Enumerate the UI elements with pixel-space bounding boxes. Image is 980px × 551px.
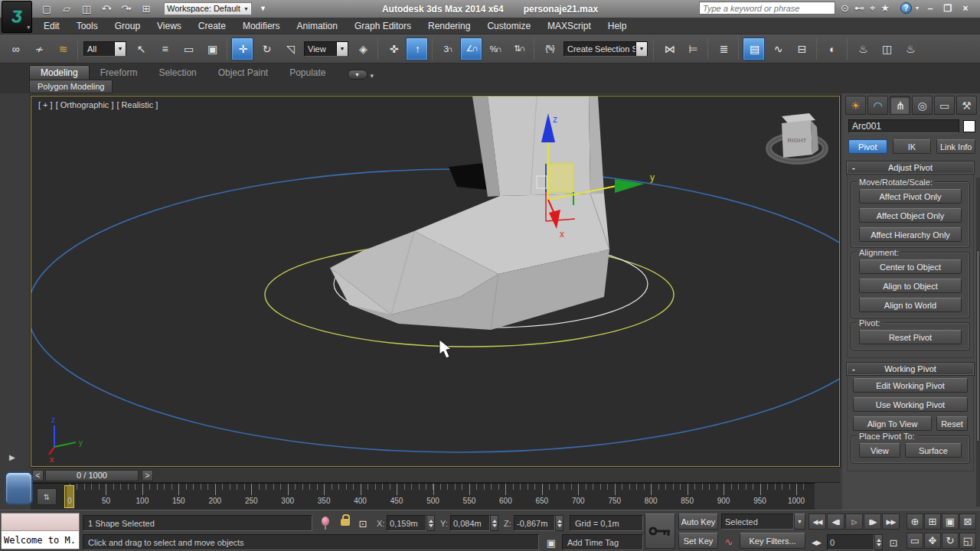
rollout-header[interactable]: -Adjust Pivot bbox=[847, 161, 974, 174]
communication-center-icon[interactable]: ⌖ bbox=[870, 2, 875, 15]
object-name-field[interactable]: Arc001 bbox=[848, 119, 959, 133]
expand-tray-icon[interactable]: ▶ bbox=[9, 453, 15, 461]
key-filters-button[interactable]: Key Filters... bbox=[740, 533, 805, 549]
z-coord-field[interactable]: -0,867m bbox=[514, 515, 555, 531]
menu-edit[interactable]: Edit bbox=[35, 18, 68, 34]
edit-named-selection-sets[interactable]: {✎} bbox=[538, 37, 560, 60]
curve-editor[interactable]: ∿ bbox=[766, 37, 789, 60]
rollout-header[interactable]: -Working Pivot bbox=[847, 363, 974, 375]
chevron-down-icon[interactable]: ▼ bbox=[336, 42, 348, 56]
surface-button[interactable]: Surface bbox=[905, 443, 962, 458]
current-frame-field[interactable]: 0 bbox=[827, 534, 874, 550]
menu-views[interactable]: Views bbox=[149, 18, 190, 34]
select-object[interactable]: ↖ bbox=[129, 37, 152, 60]
open-file-icon[interactable]: ▱ bbox=[58, 1, 75, 16]
viewcube[interactable]: RIGHT bbox=[769, 113, 825, 161]
chevron-down-icon[interactable]: ▼ bbox=[114, 42, 126, 56]
align-to-view-button[interactable]: Align To View bbox=[853, 416, 932, 431]
previous-frame-button[interactable]: ◀▮ bbox=[827, 514, 844, 530]
foot-model[interactable] bbox=[330, 96, 609, 330]
set-keys-button[interactable] bbox=[645, 514, 675, 549]
close-button[interactable]: × bbox=[959, 3, 972, 14]
reference-coordinate-system-dropdown[interactable]: View▼ bbox=[304, 41, 348, 57]
material-editor[interactable]: ◐ bbox=[821, 37, 843, 60]
minimized-window-icon[interactable] bbox=[5, 471, 33, 505]
gizmo-y-arrow[interactable] bbox=[615, 179, 645, 193]
rendered-frame-window[interactable]: ◫ bbox=[875, 37, 897, 60]
reset-pivot-button[interactable]: Reset Pivot bbox=[859, 330, 962, 344]
viewport-shading-token[interactable]: [ Realistic ] bbox=[116, 100, 158, 109]
align-to-object-button[interactable]: Align to Object bbox=[859, 279, 962, 293]
chevron-down-icon[interactable]: ▾ bbox=[128, 5, 131, 12]
select-and-link[interactable]: ∞ bbox=[4, 37, 26, 60]
tab-selection[interactable]: Selection bbox=[148, 66, 207, 80]
ribbon-minimize-icon[interactable]: ▼ bbox=[348, 70, 368, 80]
y-coord-field[interactable]: 0,084m bbox=[450, 515, 490, 531]
select-and-rotate[interactable]: ↻ bbox=[255, 37, 277, 60]
collapse-icon[interactable]: - bbox=[852, 163, 855, 172]
render-production[interactable]: ♨ bbox=[899, 37, 921, 60]
tab-polygon-modeling[interactable]: Polygon Modeling bbox=[29, 80, 113, 93]
motion-tab[interactable]: ◎ bbox=[912, 96, 933, 115]
search-input[interactable] bbox=[699, 2, 835, 15]
application-menu-button[interactable]: Ӡ ▾ bbox=[2, 1, 32, 33]
align-to-world-button[interactable]: Align to World bbox=[859, 298, 962, 312]
new-scene-icon[interactable]: ▢ bbox=[38, 1, 55, 16]
mirror[interactable]: ⋈ bbox=[658, 37, 680, 60]
x-coord-field[interactable]: 0,159m bbox=[387, 515, 426, 531]
search-go-icon[interactable]: ⊙ bbox=[841, 2, 849, 14]
menu-customize[interactable]: Customize bbox=[479, 18, 539, 34]
percent-snap-toggle[interactable]: %∩ bbox=[484, 37, 506, 60]
object-color-swatch[interactable] bbox=[963, 120, 975, 132]
panel-scrollbar-thumb[interactable] bbox=[976, 250, 980, 442]
modify-tab[interactable]: ◠ bbox=[867, 96, 888, 115]
selection-filter-dropdown[interactable]: All▼ bbox=[83, 41, 126, 57]
select-and-scale[interactable]: ◹ bbox=[279, 37, 301, 60]
help-caret-icon[interactable]: ▾ bbox=[916, 5, 919, 11]
select-by-name[interactable]: ≡ bbox=[153, 37, 175, 60]
project-folder-icon[interactable]: ⊞ bbox=[138, 1, 155, 16]
zoom-extents-button[interactable]: ▣ bbox=[942, 514, 959, 530]
ribbon-flyout-icon[interactable]: ▾ bbox=[371, 72, 374, 80]
create-tab[interactable]: ☀ bbox=[845, 96, 866, 115]
time-slider[interactable]: 0 / 1000 bbox=[45, 470, 139, 481]
zoom-extents-all-button[interactable]: ⊠ bbox=[959, 514, 976, 530]
tab-populate[interactable]: Populate bbox=[279, 66, 336, 80]
mode-tab-ik[interactable]: IK bbox=[893, 139, 932, 154]
select-and-manipulate[interactable]: ✜ bbox=[382, 37, 404, 60]
minimize-button[interactable]: – bbox=[924, 3, 936, 14]
mini-curve-editor-icon[interactable]: ⇅ bbox=[37, 488, 57, 505]
edit-working-pivot-button[interactable]: Edit Working Pivot bbox=[853, 378, 968, 393]
welcome-window-minimized[interactable]: Welcome to M. bbox=[1, 513, 80, 549]
time-tag-icon[interactable]: ▣ bbox=[544, 535, 559, 550]
go-to-start-button[interactable]: ◀◀ bbox=[808, 514, 826, 530]
auto-key-button[interactable]: Auto Key bbox=[678, 514, 718, 530]
collapse-icon[interactable]: - bbox=[852, 364, 855, 373]
rect-selection-region[interactable]: ▭ bbox=[177, 37, 199, 60]
keyboard-shortcut-override[interactable]: ↑ bbox=[406, 37, 428, 60]
spinner-snap-toggle[interactable]: ⇅∩ bbox=[508, 37, 530, 60]
absolute-offset-toggle-icon[interactable]: ⊡ bbox=[355, 516, 371, 531]
key-mode-dropdown-arrow[interactable]: ▼ bbox=[794, 514, 805, 530]
reset-button[interactable]: Reset bbox=[936, 416, 968, 431]
viewport[interactable]: z y x RIGHT z y x bbox=[31, 96, 840, 467]
next-frame-button[interactable]: ▮▶ bbox=[864, 514, 881, 530]
render-setup[interactable]: ♨ bbox=[851, 37, 874, 60]
welcome-window-titlebar[interactable] bbox=[2, 514, 79, 531]
z-spinner[interactable] bbox=[555, 515, 564, 531]
key-step-mode-icon[interactable]: ◀▶ bbox=[808, 535, 824, 550]
gizmo-xy-plane[interactable] bbox=[546, 164, 573, 192]
mode-tab-link-info[interactable]: Link Info bbox=[936, 139, 975, 154]
use-working-pivot-button[interactable]: Use Working Pivot bbox=[853, 397, 968, 412]
layer-manager[interactable]: ≣ bbox=[712, 37, 734, 60]
menu-tools[interactable]: Tools bbox=[68, 18, 106, 34]
time-configuration-icon[interactable]: ⊡ bbox=[886, 535, 901, 550]
chevron-down-icon[interactable]: ▼ bbox=[635, 42, 647, 56]
select-and-move[interactable]: ✛ bbox=[231, 37, 253, 60]
named-selection-sets-dropdown[interactable]: Create Selection Se▼ bbox=[564, 41, 648, 57]
hierarchy-tab[interactable]: ⋔ bbox=[890, 96, 910, 115]
toggle-ribbon[interactable]: ▤ bbox=[743, 37, 765, 60]
angle-snap-toggle[interactable]: ∠∩ bbox=[460, 37, 482, 60]
redo-icon[interactable]: ↷▾ bbox=[118, 1, 135, 16]
panel-scrollbar[interactable] bbox=[976, 178, 980, 507]
